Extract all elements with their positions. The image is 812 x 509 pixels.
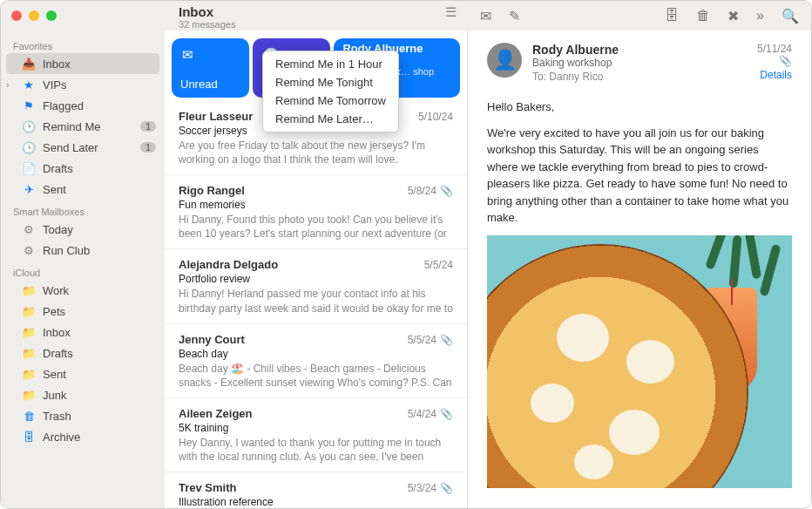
sidebar-item-label: VIPs — [43, 78, 66, 92]
archive-button[interactable]: 🗄 — [665, 8, 679, 24]
sidebar-item-label: Pets — [43, 305, 65, 318]
inbox-header: Inbox 32 messages ☰ — [165, 4, 467, 35]
message-from: Jenny Court — [179, 333, 245, 346]
message-preview: Beach day 🏖️ - Chill vibes - Beach games… — [179, 362, 453, 389]
sidebar-item-label: Remind Me — [43, 120, 100, 133]
message-subject: 5K training — [179, 422, 453, 434]
message-body: Hello Bakers, We're very excited to have… — [487, 98, 792, 227]
filter-button[interactable]: ☰ — [445, 4, 457, 20]
reader-to-label: To: — [532, 71, 546, 83]
sidebar-item-label: Send Later — [43, 141, 98, 154]
menu-item-remind-tonight[interactable]: Remind Me Tonight — [263, 73, 398, 92]
disclosure-chevron-icon[interactable]: › — [6, 80, 9, 90]
sidebar-item-drafts[interactable]: 📄 Drafts — [1, 158, 165, 179]
mailbox-sidebar: Favorites 📥 Inbox › ★ VIPs ⚑ Flagged 🕑 R… — [1, 31, 165, 508]
star-icon: ★ — [22, 78, 36, 92]
card-label: Unread — [180, 78, 240, 91]
mailbox-title: Inbox — [179, 4, 453, 19]
sidebar-item-label: Inbox — [43, 326, 71, 339]
message-subject: Beach day — [179, 348, 453, 360]
body-paragraph: We're very excited to have you all join … — [487, 125, 792, 227]
sidebar-item-icloud-inbox[interactable]: 📁Inbox — [1, 322, 165, 343]
sidebar-item-run-club[interactable]: ⚙︎ Run Club — [1, 240, 165, 261]
folder-icon: 📁 — [22, 325, 36, 339]
delete-button[interactable]: 🗑 — [696, 8, 710, 24]
unread-badge: 1 — [140, 142, 156, 153]
junk-button[interactable]: ✖︎ — [727, 8, 739, 24]
sidebar-item-label: Trash — [43, 410, 71, 423]
sidebar-item-send-later[interactable]: 🕒 Send Later 1 — [1, 137, 165, 158]
message-date: 5/8/24📎 — [408, 185, 453, 197]
traffic-lights — [11, 10, 57, 21]
attachment-icon: 📎 — [440, 334, 453, 346]
search-button[interactable]: 🔍 — [782, 8, 799, 24]
sidebar-item-label: Archive — [43, 431, 80, 444]
attachment-icon: 📎 — [779, 55, 792, 67]
sidebar-item-label: Run Club — [43, 244, 90, 257]
message-row[interactable]: Trev Smith5/3/24📎 Illustration reference… — [165, 472, 467, 508]
message-date: 5/3/24📎 — [408, 482, 453, 494]
sidebar-section-icloud: iCloud — [1, 261, 165, 280]
message-list-pane: Inbox 32 messages ☰ ✉︎ Unread 🕑 Rem… Rod… — [165, 31, 468, 508]
message-row[interactable]: Aileen Zeigen5/4/24📎 5K training Hey Dan… — [165, 398, 467, 472]
envelope-badge-icon: ✉︎ — [182, 47, 193, 63]
sidebar-item-vips[interactable]: › ★ VIPs — [1, 74, 165, 95]
message-subject: Portfolio review — [179, 273, 453, 285]
sidebar-item-inbox[interactable]: 📥 Inbox — [6, 53, 159, 74]
more-button[interactable]: » — [756, 8, 764, 24]
sidebar-item-work[interactable]: 📁Work — [1, 280, 165, 301]
sidebar-item-archive[interactable]: 🗄Archive — [1, 426, 165, 447]
message-preview: Are you free Friday to talk about the ne… — [179, 139, 453, 166]
compose-button[interactable]: ✎ — [509, 8, 520, 24]
message-from: Rigo Rangel — [179, 184, 245, 197]
sidebar-item-trash[interactable]: 🗑Trash — [1, 405, 165, 426]
doc-icon: 📄 — [22, 161, 36, 175]
menu-item-remind-1hour[interactable]: Remind Me in 1 Hour — [263, 55, 398, 73]
sidebar-item-today[interactable]: ⚙︎ Today — [1, 219, 165, 240]
sidebar-item-icloud-drafts[interactable]: 📁Drafts — [1, 343, 165, 363]
menu-item-remind-later[interactable]: Remind Me Later… — [263, 110, 398, 128]
message-from: Aileen Zeigen — [179, 407, 253, 420]
message-toolbar: ✉︎ ✎ 🗄 🗑 ✖︎ » 🔍 — [468, 1, 811, 31]
message-list[interactable]: Fleur Lasseur5/10/24 Soccer jerseys Are … — [165, 101, 467, 508]
message-date: 5/5/24 — [424, 259, 453, 271]
sidebar-item-label: Drafts — [43, 162, 73, 175]
message-header: 👤 Rody Albuerne Baking workshop To: Dann… — [487, 43, 792, 83]
message-row[interactable]: Alejandra Delgado5/5/24 Portfolio review… — [165, 249, 467, 323]
reply-button[interactable]: ✉︎ — [480, 8, 491, 24]
sidebar-item-label: Today — [43, 223, 73, 236]
message-date: 5/5/24📎 — [408, 334, 453, 346]
card-unread[interactable]: ✉︎ Unread — [172, 38, 249, 98]
zoom-window-button[interactable] — [46, 10, 57, 21]
attachment-icon: 📎 — [440, 408, 453, 420]
sidebar-item-remind-me[interactable]: 🕑 Remind Me 1 — [1, 116, 165, 137]
sidebar-item-icloud-sent[interactable]: 📁Sent — [1, 363, 165, 384]
sidebar-item-flagged[interactable]: ⚑ Flagged — [1, 95, 165, 116]
attached-image[interactable] — [487, 235, 792, 488]
remind-me-menu: Remind Me in 1 Hour Remind Me Tonight Re… — [262, 51, 399, 132]
body-paragraph: Hello Bakers, — [487, 98, 792, 116]
message-row[interactable]: Jenny Court5/5/24📎 Beach day Beach day 🏖… — [165, 324, 467, 398]
message-subject: Fun memories — [179, 199, 453, 211]
message-row[interactable]: Rigo Rangel5/8/24📎 Fun memories Hi Danny… — [165, 175, 467, 249]
folder-icon: 📁 — [22, 367, 36, 381]
details-link[interactable]: Details — [757, 69, 792, 81]
sidebar-item-junk[interactable]: 📁Junk — [1, 384, 165, 405]
gear-icon: ⚙︎ — [22, 243, 36, 257]
reader-to-line: To: Danny Rico — [532, 71, 747, 83]
menu-item-remind-tomorrow[interactable]: Remind Me Tomorrow — [263, 92, 398, 110]
message-date: 5/10/24 — [418, 111, 453, 123]
sidebar-item-sent[interactable]: ✈︎ Sent — [1, 179, 165, 200]
reader-to: Danny Rico — [549, 71, 603, 83]
tray-icon: 📥 — [22, 57, 36, 71]
trash-icon: 🗑 — [22, 409, 36, 423]
close-window-button[interactable] — [11, 10, 22, 21]
folder-icon: 📁 — [22, 388, 36, 402]
sidebar-item-pets[interactable]: 📁Pets — [1, 301, 165, 322]
top-cards-row: ✉︎ Unread 🕑 Rem… Rody Albuerne …hop We'r… — [165, 35, 467, 101]
sidebar-item-label: Inbox — [43, 58, 71, 71]
sidebar-section-favorites: Favorites — [1, 34, 165, 53]
message-preview: Hi Danny, Found this photo you took! Can… — [179, 213, 453, 240]
minimize-window-button[interactable] — [29, 10, 39, 21]
unread-badge: 1 — [140, 121, 156, 132]
